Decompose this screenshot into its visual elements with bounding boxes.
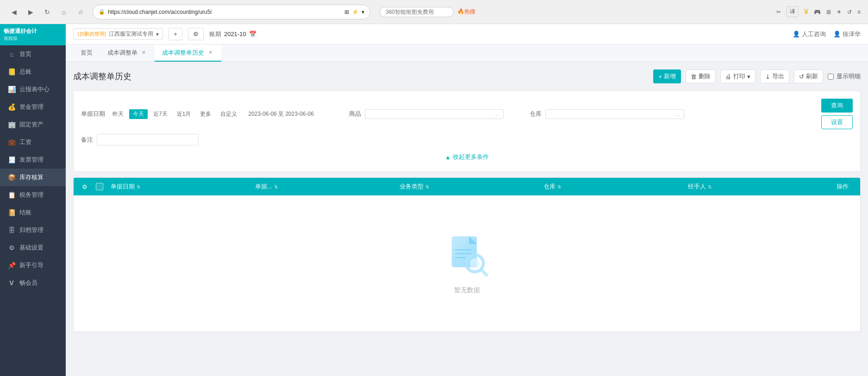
tab-cost-adjust[interactable]: 成本调整单 ✕ <box>100 45 155 62</box>
company-warning: (勿删勿禁用) <box>77 31 106 38</box>
query-button[interactable]: 查询 <box>821 99 853 113</box>
settings-icon: ⚙ <box>7 244 16 251</box>
browser-tools: 🔥热搜 <box>380 7 475 17</box>
date-shortcut-more[interactable]: 更多 <box>196 109 215 119</box>
sidebar-label-funds: 资金管理 <box>19 103 44 111</box>
export-label: 导出 <box>772 72 784 81</box>
filter-note-input[interactable] <box>97 134 199 145</box>
page-title: 成本调整单历史 <box>73 71 131 82</box>
th-warehouse[interactable]: 仓库 ⇅ <box>540 182 684 191</box>
th-number[interactable]: 单据... ⇅ <box>251 182 396 191</box>
th-number-sort-icon: ⇅ <box>274 184 278 189</box>
add-button[interactable]: + 新增 <box>653 69 681 83</box>
th-settings[interactable]: ⚙ <box>77 183 92 190</box>
calendar-icon[interactable]: 📅 <box>249 31 256 38</box>
home-button[interactable]: ⌂ <box>57 6 70 19</box>
empty-state-icon <box>444 232 490 279</box>
translate-btn[interactable]: 译 <box>787 6 799 17</box>
export-icon: ⤓ <box>765 73 770 80</box>
lock-icon: 🔒 <box>99 9 105 15</box>
date-shortcut-1month[interactable]: 近1月 <box>173 109 195 119</box>
sidebar-item-checkout[interactable]: 📔 结账 <box>0 204 66 221</box>
sidebar-item-ledger[interactable]: 📒 总账 <box>0 63 66 81</box>
scissors-icon[interactable]: ✂ <box>776 9 781 15</box>
add-company-button[interactable]: + <box>169 28 182 40</box>
period-label: 账期 <box>209 30 221 38</box>
goods-dots-icon: ... <box>494 112 499 117</box>
filter-settings-button[interactable]: 设置 <box>821 115 853 129</box>
sidebar-item-guide[interactable]: 📌 新手引导 <box>0 257 66 274</box>
sidebar-logo[interactable]: 畅捷通好会计 旗舰版 <box>0 24 66 45</box>
ledger-icon: 📒 <box>7 68 16 75</box>
brightness-icon[interactable]: ☀ <box>837 9 842 15</box>
address-url: https://cloud.chanjet.com/accounting/uru… <box>108 9 212 15</box>
sidebar-label-payroll: 工资 <box>19 138 31 146</box>
filter-collapse-btn[interactable]: ▲ 收起更多条件 <box>81 150 853 164</box>
date-shortcut-7days[interactable]: 近7天 <box>150 109 171 119</box>
date-shortcut-today[interactable]: 今天 <box>129 109 148 119</box>
th-checkbox[interactable] <box>92 183 107 190</box>
export-button[interactable]: ⤓ 导出 <box>760 69 789 83</box>
sidebar-item-fixed[interactable]: 🏢 固定资产 <box>0 116 66 133</box>
th-handler[interactable]: 经手人 ⇅ <box>684 182 829 191</box>
user-info[interactable]: 👤 徐泽华 <box>833 30 861 38</box>
date-shortcut-yesterday[interactable]: 昨天 <box>109 109 127 119</box>
print-button[interactable]: 🖨 打印 ▾ <box>720 69 756 83</box>
back-button[interactable]: ◀ <box>7 6 20 19</box>
add-icon: + <box>658 73 662 80</box>
sidebar-item-vip[interactable]: V 畅会员 <box>0 274 66 292</box>
sidebar-item-invoice[interactable]: 🧾 发票管理 <box>0 151 66 169</box>
select-all-checkbox[interactable] <box>96 183 103 190</box>
refresh-button[interactable]: ↻ <box>41 6 54 19</box>
print-dropdown-icon: ▾ <box>747 73 750 80</box>
show-detail-input[interactable] <box>828 74 834 80</box>
filter-warehouse-field[interactable]: ... <box>545 109 684 119</box>
collapse-arrow-icon: ▲ <box>445 154 451 161</box>
bookmark-button[interactable]: ☆ <box>74 6 87 19</box>
company-selector[interactable]: (勿删勿禁用) 江西服宝测试专用 ▾ <box>73 28 163 40</box>
delete-button[interactable]: 🗑 删除 <box>686 69 716 83</box>
page-content: 成本调整单历史 + 新增 🗑 删除 🖨 打印 ▾ <box>66 62 868 376</box>
delete-icon: 🗑 <box>691 73 697 80</box>
sidebar-item-funds[interactable]: 💰 资金管理 <box>0 98 66 116</box>
filter-goods-label: 商品 <box>349 110 361 118</box>
show-detail-checkbox[interactable]: 显示明细 <box>828 72 861 81</box>
logo-title: 畅捷通好会计 <box>4 28 37 35</box>
browser-nav-buttons: ◀ ▶ ↻ ⌂ ☆ <box>7 6 87 19</box>
sidebar-item-settings[interactable]: ⚙ 基础设置 <box>0 239 66 257</box>
sidebar-item-tax[interactable]: 📋 税务管理 <box>0 186 66 204</box>
tab-cost-adjust-history-close[interactable]: ✕ <box>207 49 214 56</box>
grid2-icon[interactable]: ⊞ <box>826 9 831 15</box>
date-shortcut-custom[interactable]: 自定义 <box>217 109 241 119</box>
tab-cost-adjust-history[interactable]: 成本调整单历史 ✕ <box>155 45 221 62</box>
company-settings-button[interactable]: ⚙ <box>188 28 204 40</box>
sidebar-item-payroll[interactable]: 💼 工资 <box>0 133 66 151</box>
sidebar-item-reports[interactable]: 📊 云报表中心 <box>0 81 66 98</box>
table-header: ⚙ 单据日期 ⇅ 单据... ⇅ 业务类型 ⇅ <box>74 178 860 195</box>
sidebar-item-home[interactable]: ⌂ 首页 <box>0 45 66 63</box>
tab-bar: 首页 成本调整单 ✕ 成本调整单历史 ✕ <box>66 44 868 62</box>
th-biz-type[interactable]: 业务类型 ⇅ <box>396 182 540 191</box>
menu-icon[interactable]: ≡ <box>857 9 861 15</box>
tab-home[interactable]: 首页 <box>73 45 100 62</box>
address-bar[interactable]: 🔒 https://cloud.chanjet.com/accounting/u… <box>93 5 370 19</box>
browser-search-input[interactable] <box>380 7 454 17</box>
grid-icon: ⊞ <box>344 9 349 15</box>
home-icon: ⌂ <box>7 50 16 58</box>
forward-button[interactable]: ▶ <box>24 6 37 19</box>
undo-icon[interactable]: ↺ <box>847 9 852 15</box>
game-icon[interactable]: 🎮 <box>814 9 821 15</box>
checkout-icon: 📔 <box>7 209 16 216</box>
wallet-icon[interactable]: ¥ <box>804 8 808 16</box>
tab-cost-adjust-close[interactable]: ✕ <box>140 49 147 56</box>
th-biz-type-label: 业务类型 <box>400 182 424 191</box>
refresh-button[interactable]: ↺ 刷新 <box>794 69 823 83</box>
service-button[interactable]: 👤 人工咨询 <box>793 30 826 38</box>
sidebar-item-inventory[interactable]: 📦 库存核算 <box>0 169 66 186</box>
th-date-sort-icon: ⇅ <box>137 184 140 189</box>
th-date[interactable]: 单据日期 ⇅ <box>107 182 251 191</box>
sidebar-item-archive[interactable]: 🗄 归档管理 <box>0 221 66 239</box>
user-name: 徐泽华 <box>843 30 861 38</box>
filter-goods-field[interactable]: ... <box>365 109 504 119</box>
empty-state: 暂无数据 <box>74 195 860 332</box>
